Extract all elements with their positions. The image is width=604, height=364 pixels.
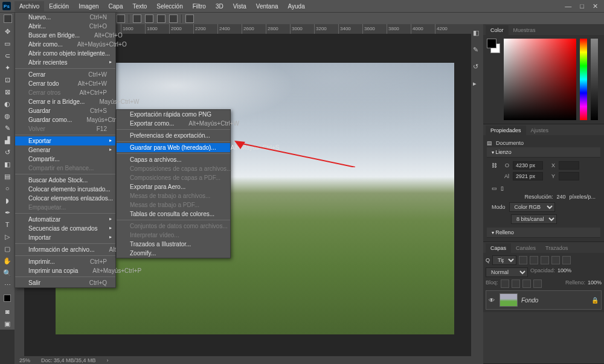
zoom-tool[interactable]: 🔍 bbox=[1, 267, 14, 278]
filter-icon[interactable] bbox=[551, 256, 560, 264]
bit-depth-select[interactable]: 8 bits/canal bbox=[511, 214, 557, 224]
tab-properties[interactable]: Propiedades bbox=[486, 126, 526, 135]
menu-item[interactable]: Capas a archivos... bbox=[117, 155, 230, 164]
tab-paths[interactable]: Trazados bbox=[541, 243, 573, 253]
layer-filter-select[interactable]: Tipo bbox=[492, 255, 516, 265]
width-input[interactable] bbox=[513, 161, 543, 170]
pen-tool[interactable]: ✒ bbox=[1, 207, 14, 218]
eyedropper-tool[interactable]: ◐ bbox=[1, 98, 14, 109]
menu-archivo[interactable]: Archivo bbox=[14, 1, 44, 11]
screen-mode[interactable]: ▣ bbox=[1, 318, 14, 329]
history-icon[interactable]: ↺ bbox=[473, 63, 481, 71]
menu-item[interactable]: CerrarCtrl+W bbox=[15, 70, 115, 79]
distribute-icon[interactable] bbox=[157, 14, 165, 23]
menu-3d[interactable]: 3D bbox=[211, 1, 228, 11]
menu-item[interactable]: Exportar para Aero... bbox=[117, 182, 230, 191]
menu-item[interactable]: Tablas de consulta de colores... bbox=[117, 209, 230, 219]
actions-icon[interactable]: ▸ bbox=[473, 80, 481, 88]
minimize-button[interactable]: — bbox=[565, 2, 571, 10]
menu-item[interactable]: Compartir... bbox=[15, 155, 115, 164]
menu-item[interactable]: Secuencias de comandos bbox=[15, 224, 115, 233]
tab-adjustments[interactable]: Ajustes bbox=[526, 126, 554, 135]
maximize-button[interactable]: □ bbox=[580, 2, 584, 10]
layer-thumbnail[interactable] bbox=[500, 293, 518, 307]
orientation-icon[interactable]: ▯ bbox=[501, 185, 504, 191]
marquee-tool[interactable]: ▭ bbox=[1, 38, 14, 49]
blend-mode-select[interactable]: Normal bbox=[486, 267, 528, 277]
gradient-tool[interactable]: ▤ bbox=[1, 171, 14, 182]
menu-imagen[interactable]: Imagen bbox=[74, 1, 103, 11]
tab-channels[interactable]: Canales bbox=[511, 243, 541, 253]
filter-icon[interactable] bbox=[519, 256, 527, 264]
menu-item[interactable]: Exportar bbox=[15, 136, 115, 145]
brush-panel-icon[interactable]: ✎ bbox=[473, 46, 481, 54]
menu-filtro[interactable]: Filtro bbox=[188, 1, 211, 11]
distribute-icon[interactable] bbox=[145, 14, 153, 23]
stamp-tool[interactable]: ▟ bbox=[1, 135, 14, 145]
distribute-icon[interactable] bbox=[133, 14, 141, 23]
orientation-icon[interactable]: ▭ bbox=[492, 185, 497, 191]
menu-ayuda[interactable]: Ayuda bbox=[283, 1, 310, 11]
menu-item[interactable]: Guardar para Web (heredado)...Alt+Mayús+… bbox=[117, 143, 230, 152]
hand-tool[interactable]: ✋ bbox=[1, 255, 14, 266]
move-tool[interactable]: ✥ bbox=[1, 26, 14, 37]
dodge-tool[interactable]: ◗ bbox=[1, 195, 14, 206]
path-tool[interactable]: ▷ bbox=[1, 231, 14, 242]
menu-item[interactable]: Cerrar e ir a Bridge...Mayús+Ctrl+W bbox=[15, 97, 115, 106]
filter-icon[interactable] bbox=[530, 256, 538, 264]
menu-item[interactable]: Automatizar bbox=[15, 215, 115, 224]
crop-tool[interactable]: ⊡ bbox=[1, 74, 14, 85]
menu-item[interactable]: Imprimir una copiaAlt+Mayús+Ctrl+P bbox=[15, 266, 115, 275]
y-input[interactable] bbox=[559, 172, 579, 180]
filter-icon[interactable] bbox=[562, 256, 571, 264]
color-swatch[interactable] bbox=[1, 292, 14, 305]
tab-layers[interactable]: Capas bbox=[486, 243, 511, 253]
menu-item[interactable]: Buscar Adobe Stock... bbox=[15, 176, 115, 185]
menu-item[interactable]: Zoomify... bbox=[117, 249, 230, 258]
layer-row[interactable]: 👁 Fondo 🔒 bbox=[486, 290, 602, 310]
align-icon[interactable] bbox=[117, 14, 125, 23]
lasso-tool[interactable]: ⊂ bbox=[1, 50, 14, 61]
panel-icon[interactable]: ◧ bbox=[473, 29, 481, 37]
frame-tool[interactable]: ⊠ bbox=[1, 86, 14, 97]
menu-item[interactable]: Abrir como objeto inteligente... bbox=[15, 49, 115, 58]
opacity-value[interactable]: 100% bbox=[557, 267, 571, 277]
tab-swatches[interactable]: Muestras bbox=[509, 25, 541, 35]
menu-item[interactable]: Nuevo...Ctrl+N bbox=[15, 13, 115, 22]
eraser-tool[interactable]: ◧ bbox=[1, 159, 14, 170]
menu-item[interactable]: Trazados a Illustrator... bbox=[117, 240, 230, 249]
home-icon[interactable] bbox=[4, 14, 12, 23]
blur-tool[interactable]: ○ bbox=[1, 183, 14, 194]
fill-value[interactable]: 100% bbox=[588, 279, 602, 288]
close-button[interactable]: ✕ bbox=[593, 2, 598, 10]
foreground-background-swatch[interactable] bbox=[487, 39, 500, 57]
menu-item[interactable]: Buscar en Bridge...Alt+Ctrl+O bbox=[15, 31, 115, 40]
quickmask-tool[interactable]: ◙ bbox=[1, 306, 14, 317]
lock-icon[interactable] bbox=[533, 279, 542, 288]
menu-texto[interactable]: Texto bbox=[127, 1, 152, 11]
menu-item[interactable]: Generar bbox=[15, 145, 115, 155]
visibility-icon[interactable]: 👁 bbox=[489, 297, 496, 304]
menu-item[interactable]: Importar bbox=[15, 233, 115, 242]
shape-tool[interactable]: ▢ bbox=[1, 243, 14, 254]
brightness-slider[interactable] bbox=[591, 39, 598, 120]
history-brush-tool[interactable]: ↺ bbox=[1, 147, 14, 158]
menu-item[interactable]: Imprimir...Ctrl+P bbox=[15, 257, 115, 266]
x-input[interactable] bbox=[559, 161, 579, 170]
text-tool[interactable]: T bbox=[1, 219, 14, 230]
menu-capa[interactable]: Capa bbox=[104, 1, 128, 11]
menu-item[interactable]: Información de archivo...Alt+Mayús+Ctrl+… bbox=[15, 245, 115, 254]
wand-tool[interactable]: ✦ bbox=[1, 62, 14, 73]
heal-tool[interactable]: ◍ bbox=[1, 110, 14, 121]
brush-tool[interactable]: ✎ bbox=[1, 123, 14, 133]
menu-item[interactable]: Exportar como...Alt+Mayús+Ctrl+W bbox=[117, 119, 230, 128]
tab-color[interactable]: Color bbox=[486, 25, 509, 35]
menu-ventana[interactable]: Ventana bbox=[251, 1, 283, 11]
filter-icon[interactable] bbox=[541, 256, 549, 264]
link-icon[interactable]: ⛓ bbox=[492, 162, 497, 168]
menu-item[interactable]: Abrir...Ctrl+O bbox=[15, 22, 115, 31]
menu-item[interactable]: GuardarCtrl+S bbox=[15, 106, 115, 115]
fill-accordion[interactable]: Relleno bbox=[487, 228, 600, 238]
menu-item[interactable]: Colocar elementos enlazados... bbox=[15, 194, 115, 203]
color-field[interactable] bbox=[504, 39, 576, 120]
